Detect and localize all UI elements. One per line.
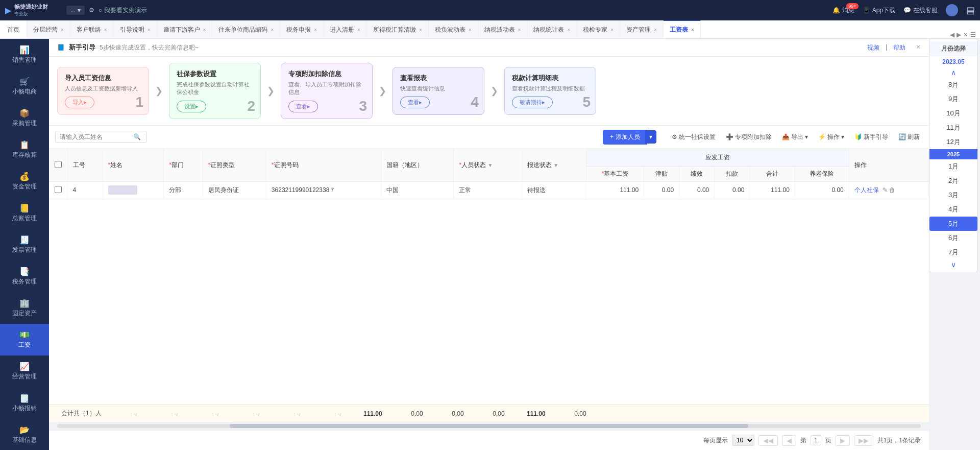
close-icon[interactable]: × — [610, 27, 614, 33]
next-page-button[interactable]: ▶ — [836, 435, 850, 446]
sidebar-item-stock[interactable]: 📋 库存核算 — [0, 134, 49, 165]
app-download-button[interactable]: 📱 App下载 — [863, 6, 895, 15]
year-display[interactable]: 2023.05 — [942, 56, 964, 67]
gear-icon[interactable]: ⚙ — [89, 7, 94, 14]
sidebar-item-report[interactable]: 🗒️ 小畅报销 — [0, 387, 49, 419]
close-icon[interactable]: × — [567, 27, 570, 33]
step5-button[interactable]: 敬请期待▸ — [512, 97, 553, 108]
close-icon[interactable]: × — [654, 27, 657, 33]
search-input[interactable] — [60, 133, 131, 140]
social-security-settings-button[interactable]: ⚙ 统一社保设置 — [669, 131, 719, 144]
demo-link[interactable]: ○ 我要看实例演示 — [99, 6, 147, 15]
close-icon[interactable]: × — [203, 27, 206, 33]
step4-button[interactable]: 查看▸ — [400, 97, 430, 108]
tab-资产管理[interactable]: 资产管理 × — [620, 20, 664, 38]
tab-prev-icon[interactable]: ◀ — [950, 31, 954, 38]
user-avatar[interactable] — [946, 4, 958, 16]
month-item-9[interactable]: 9月 — [929, 92, 977, 106]
step2-button[interactable]: 设置▸ — [177, 101, 206, 112]
refresh-button[interactable]: 🔄 刷新 — [895, 131, 923, 144]
guide-video-link[interactable]: 视频 — [867, 43, 879, 52]
month-item-2[interactable]: 2月 — [929, 174, 977, 188]
month-item-6[interactable]: 6月 — [929, 231, 977, 245]
special-deduction-button[interactable]: ➕ 专项附加扣除 — [723, 131, 775, 144]
export-button[interactable]: 📤 导出 ▾ — [779, 131, 811, 144]
step3-button[interactable]: 查看▸ — [288, 101, 318, 112]
month-item-12[interactable]: 12月 — [929, 135, 977, 149]
tab-分层经营[interactable]: 分层经营 × — [27, 20, 70, 38]
tab-税务申报[interactable]: 税务申报 × — [280, 20, 324, 38]
sidebar-item-sales[interactable]: 📊 销售管理 — [0, 39, 49, 70]
close-icon[interactable]: × — [148, 27, 151, 33]
tab-纳税波动表[interactable]: 纳税波动表 × — [478, 20, 528, 38]
close-icon[interactable]: × — [61, 27, 64, 33]
per-page-select[interactable]: 10 20 50 — [732, 435, 754, 446]
operation-button[interactable]: ⚡ 操作 ▾ — [815, 131, 847, 144]
notification-button[interactable]: 🔔 消息 99+ — [832, 6, 854, 15]
prev-page-button[interactable]: ◀ — [782, 435, 796, 446]
month-item-11[interactable]: 11月 — [929, 121, 977, 135]
close-icon[interactable]: × — [469, 27, 472, 33]
close-icon[interactable]: × — [357, 27, 360, 33]
sidebar-item-fixed[interactable]: 🏢 固定资产 — [0, 292, 49, 324]
sidebar-item-basic[interactable]: 📂 基础信息 — [0, 419, 49, 450]
close-icon[interactable]: × — [691, 27, 694, 33]
month-item-8[interactable]: 8月 — [929, 78, 977, 92]
close-icon[interactable]: × — [314, 27, 317, 33]
close-icon[interactable]: × — [518, 27, 521, 33]
status-filter-icon[interactable]: ▼ — [487, 162, 493, 168]
sidebar-item-operations[interactable]: 📈 经营管理 — [0, 356, 49, 387]
sidebar-item-purchase[interactable]: 📦 采购管理 — [0, 102, 49, 134]
month-item-1[interactable]: 1月 — [929, 159, 977, 174]
first-page-button[interactable]: ◀◀ — [758, 435, 778, 446]
sidebar-item-ecommerce[interactable]: 🛒 小畅电商 — [0, 70, 49, 102]
month-item-4[interactable]: 4月 — [929, 202, 977, 217]
close-icon[interactable]: × — [419, 27, 422, 33]
guide-help-link[interactable]: 帮助 — [893, 43, 905, 52]
select-all-checkbox[interactable] — [55, 161, 62, 168]
last-page-button[interactable]: ▶▶ — [854, 435, 873, 446]
newbie-guide-button[interactable]: 🔰 新手引导 — [851, 131, 891, 144]
tab-引导说明[interactable]: 引导说明 × — [114, 20, 157, 38]
step1-button[interactable]: 导入▸ — [65, 97, 94, 108]
close-guide-icon[interactable]: ✕ — [916, 43, 921, 52]
personal-social-security-link[interactable]: 个人社保 — [854, 186, 879, 194]
send-status-filter-icon[interactable]: ▼ — [553, 162, 558, 168]
tab-客户联络[interactable]: 客户联络 × — [70, 20, 114, 38]
sidebar-item-finance[interactable]: 💰 资金管理 — [0, 165, 49, 197]
tab-home[interactable]: 首页 — [0, 20, 27, 38]
tab-进入清册[interactable]: 进入清册 × — [324, 20, 367, 38]
tab-纳税统计表[interactable]: 纳税统计表 × — [527, 20, 577, 38]
row-checkbox[interactable] — [55, 186, 62, 193]
scroll-thumb[interactable] — [230, 424, 748, 428]
tab-工资表[interactable]: 工资表 × — [664, 20, 701, 38]
tab-税负波动表[interactable]: 税负波动表 × — [429, 20, 478, 38]
close-all-icon[interactable]: ✕ — [963, 31, 968, 38]
sidebar-item-invoice[interactable]: 🧾 发票管理 — [0, 229, 49, 260]
sidebar-item-ledger[interactable]: 📒 总账管理 — [0, 197, 49, 229]
month-item-5[interactable]: 5月 — [929, 217, 977, 231]
month-item-10[interactable]: 10月 — [929, 106, 977, 121]
tab-所得税汇算清缴[interactable]: 所得税汇算清缴 × — [367, 20, 429, 38]
sidebar-item-salary[interactable]: 💵 工资 — [0, 324, 49, 356]
search-icon[interactable]: 🔍 — [133, 133, 141, 140]
add-person-dropdown[interactable]: ▾ — [645, 130, 656, 144]
close-icon[interactable]: × — [271, 27, 274, 33]
tab-邀请下游客户[interactable]: 邀请下游客户 × — [157, 20, 213, 38]
tab-menu-icon[interactable]: ☰ — [970, 31, 976, 38]
month-down-nav[interactable]: ∨ — [929, 259, 977, 270]
month-item-7[interactable]: 7月 — [929, 245, 977, 259]
tab-next-icon[interactable]: ▶ — [957, 31, 961, 38]
user-selector[interactable]: ... ▾ — [66, 6, 85, 15]
sidebar-item-tax[interactable]: 📑 税务管理 — [0, 260, 49, 292]
delete-icon[interactable]: 🗑 — [889, 186, 895, 194]
edit-icon[interactable]: ✎ — [883, 186, 888, 194]
add-person-button[interactable]: + 添加人员 — [603, 130, 647, 145]
online-service-button[interactable]: 💬 在线客服 — [903, 6, 938, 15]
tab-往来单位商品编码[interactable]: 往来单位商品编码 × — [212, 20, 280, 38]
month-up-nav[interactable]: ∧ — [929, 67, 977, 78]
user-menu-button[interactable]: ▤ — [966, 5, 975, 16]
close-icon[interactable]: × — [104, 27, 107, 33]
tab-税检专家[interactable]: 税检专家 × — [577, 20, 620, 38]
month-item-3[interactable]: 3月 — [929, 188, 977, 202]
